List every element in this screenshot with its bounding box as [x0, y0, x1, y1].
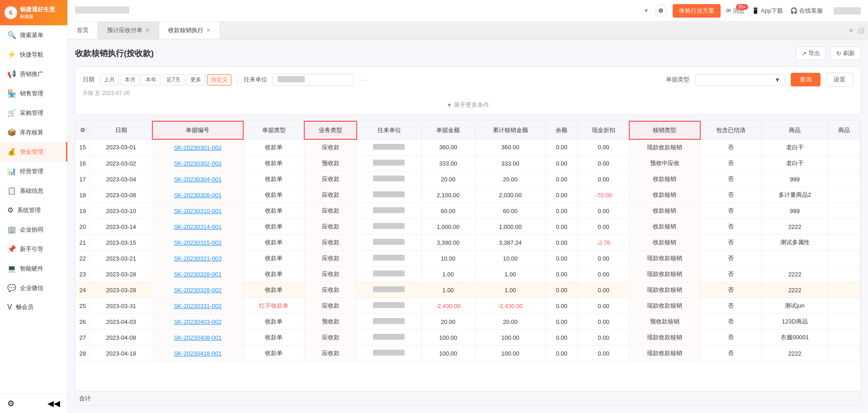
expand-more-btn[interactable]: ▼ 展开更多条件 [447, 101, 490, 109]
receipt-type-select[interactable]: ▼ [695, 74, 785, 85]
order-link[interactable]: SK-20230308-001 [174, 192, 222, 199]
cell-order-no: SK-20230314-001 [152, 219, 244, 235]
order-link[interactable]: SK-20230408-001 [174, 334, 222, 341]
custom-date-btn[interactable]: 自定义 [207, 74, 231, 85]
sidebar-item-search[interactable]: 🔍 搜索菜单 [0, 25, 67, 45]
order-link[interactable]: SK-20230403-002 [174, 318, 222, 325]
cell-partner [357, 330, 421, 346]
partner-blurred [373, 160, 405, 166]
more-date-btn[interactable]: 更多 [186, 74, 205, 85]
cell-include-settled: 否 [700, 266, 762, 282]
table-scroll[interactable]: ⚙ 日期 单据编号 单据类型 业务类型 往来单位 单据金额 累计核销金额 余额 … [75, 121, 860, 391]
cell-balance: 0.00 [546, 219, 578, 235]
sidebar-item-member[interactable]: V 畅会员 [0, 298, 67, 317]
cell-product: 999 [762, 203, 828, 219]
order-link[interactable]: SK-20230304-001 [174, 176, 222, 183]
partner-blurred [373, 223, 405, 229]
settings-bottom-icon[interactable]: ⚙ [7, 399, 14, 408]
tab-collection-close[interactable]: ✕ [206, 27, 211, 33]
cell-cash-discount: 0.00 [578, 156, 629, 171]
query-button[interactable]: 查询 [791, 73, 821, 86]
data-table: ⚙ 日期 单据编号 单据类型 业务类型 往来单位 单据金额 累计核销金额 余额 … [75, 120, 861, 406]
messages-button[interactable]: ✉ 消息 99+ [726, 7, 745, 15]
sidebar-item-sales[interactable]: 🏪 销售管理 [0, 84, 67, 103]
last-month-btn[interactable]: 上月 [100, 74, 119, 85]
order-link[interactable]: SK-20230314-001 [174, 223, 222, 230]
cell-partner [357, 219, 421, 235]
sidebar-item-quick[interactable]: ⚡ 快捷导航 [0, 45, 67, 64]
unit-input[interactable] [273, 74, 354, 86]
tab-prepay[interactable]: 预计应收付单 ✕ [98, 22, 159, 39]
megaphone-icon: 📢 [7, 70, 16, 78]
sidebar-item-hardware[interactable]: 💻 智能硬件 [0, 259, 67, 278]
box-icon: 📦 [7, 128, 16, 137]
cell-product: 老白干 [762, 156, 828, 171]
partner-blurred [373, 191, 405, 197]
chevron-down-icon[interactable]: ▼ [643, 7, 649, 14]
tab-collection[interactable]: 收款核销执行 ✕ [159, 22, 220, 39]
service-label: 在线客服 [799, 7, 823, 15]
sidebar-item-wechat[interactable]: 💬 企业微信 [0, 278, 67, 298]
tab-prepay-close[interactable]: ✕ [145, 27, 150, 33]
online-service-button[interactable]: 🎧 在线客服 [790, 7, 823, 15]
tab-home[interactable]: 首页 [68, 22, 98, 39]
filter-setting-button[interactable]: 设置 [826, 72, 853, 87]
th-biz-type: 业务类型 [304, 121, 356, 139]
refresh-button[interactable]: ↻ 刷新 [830, 47, 861, 60]
order-link[interactable]: SK-20230310-001 [174, 208, 222, 214]
th-settings[interactable]: ⚙ [75, 121, 90, 139]
cell-doc-type: 收款单 [243, 346, 304, 361]
solution-button[interactable]: 体验行业方案 [673, 4, 721, 18]
sidebar-item-basic[interactable]: 📋 基础信息 [0, 181, 67, 200]
cell-cancel-type: 现款收款核销 [629, 298, 700, 314]
flash-icon: ⚡ [7, 50, 16, 59]
order-link[interactable]: SK-20230328-002 [174, 287, 222, 294]
table-row: 18 2023-03-08 SK-20230308-001 收款单 应收款 2,… [75, 187, 860, 203]
cell-date: 2023-04-18 [90, 346, 152, 361]
cell-amount: 60.00 [421, 203, 475, 219]
settings-icon[interactable]: ⚙ [655, 5, 667, 17]
cell-order-no: SK-20230310-001 [152, 203, 244, 219]
cell-doc-type: 收款单 [243, 171, 304, 187]
cell-product: 老白干 [762, 139, 828, 156]
page-actions: ↗ 导出 ↻ 刷新 [796, 47, 861, 60]
th-date: 日期 [90, 121, 152, 139]
export-button[interactable]: ↗ 导出 [796, 47, 826, 60]
cell-product: 2222 [762, 346, 828, 361]
cell-amount: -2,430.00 [421, 298, 475, 314]
order-link[interactable]: SK-20230418-001 [174, 350, 222, 357]
tab-home-label: 首页 [77, 26, 89, 34]
pin-icon: 📌 [7, 245, 16, 253]
sidebar-item-capital[interactable]: 💰 资金管理 [0, 142, 67, 161]
order-link[interactable]: SK-20230301-002 [174, 144, 222, 151]
order-link[interactable]: SK-20230331-002 [174, 303, 222, 309]
this-month-btn[interactable]: 本月 [121, 74, 140, 85]
last7days-btn[interactable]: 近7天 [162, 74, 184, 85]
sidebar-item-stock[interactable]: 📦 库存核算 [0, 123, 67, 142]
maximize-icon[interactable]: ⬜ [857, 27, 864, 34]
cell-cancel-type: 收款核销 [629, 171, 700, 187]
cell-cash-discount: 0.00 [578, 266, 629, 282]
sidebar-item-purchase[interactable]: 🛒 采购管理 [0, 103, 67, 123]
app-download-button[interactable]: 📱 App下载 [752, 7, 783, 15]
sidebar-item-marketing[interactable]: 📢 营销推广 [0, 64, 67, 84]
sidebar-item-operation[interactable]: 📊 经营管理 [0, 161, 67, 181]
sidebar-bottom: ⚙ ◀◀ [0, 394, 67, 413]
collapse-icon[interactable]: ◀◀ [47, 399, 60, 408]
cell-product2 [828, 235, 860, 251]
cell-date: 2023-03-01 [90, 139, 152, 156]
order-link[interactable]: SK-20230328-001 [174, 271, 222, 278]
order-link[interactable]: SK-20230321-003 [174, 255, 222, 262]
sidebar-item-corp[interactable]: 🏢 企业协同 [0, 220, 67, 239]
order-link[interactable]: SK-20230315-002 [174, 239, 222, 246]
close-tab-icon[interactable]: ✕ [849, 27, 854, 34]
order-link[interactable]: SK-20230302-002 [174, 160, 222, 167]
cell-total-cancel: -2,430.00 [475, 298, 546, 314]
this-year-btn[interactable]: 本年 [142, 74, 160, 85]
cell-doc-type: 收款单 [243, 219, 304, 235]
unit-dots: ··· [359, 76, 367, 83]
cell-cancel-type: 预收中应收 [629, 156, 700, 171]
app-label: App下载 [761, 7, 783, 15]
sidebar-item-system[interactable]: ⚙ 系统管理 [0, 200, 67, 220]
sidebar-item-guide[interactable]: 📌 新手引导 [0, 239, 67, 259]
